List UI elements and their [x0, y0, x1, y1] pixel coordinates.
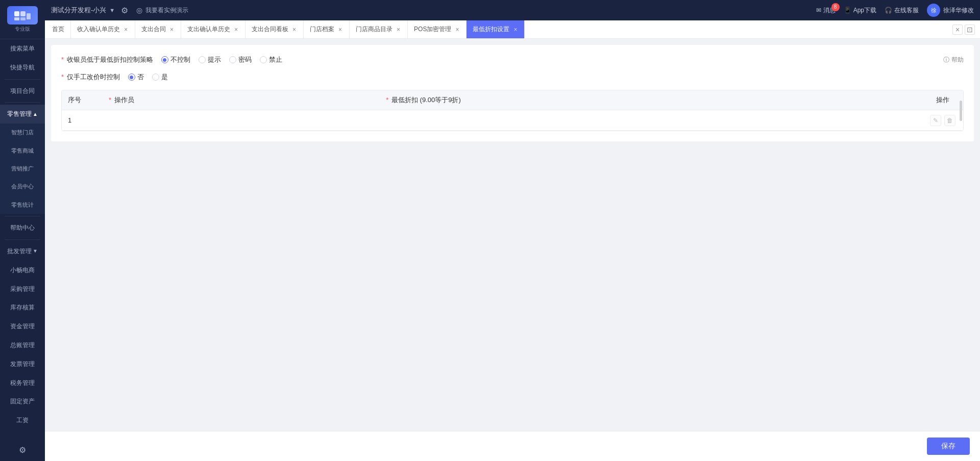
sidebar-item-retail-mgmt[interactable]: 零售管理 ▲ — [0, 105, 45, 124]
row-delete-button-1[interactable]: 🗑 — [944, 115, 955, 126]
sidebar-item-member-center[interactable]: 会员中心 — [0, 178, 45, 196]
tab-store-goods[interactable]: 门店商品目录 × — [350, 20, 408, 39]
topbar-service-icon: 🎧 — [885, 7, 892, 14]
topbar-customer-service-button[interactable]: 🎧 在线客服 — [885, 6, 919, 15]
sidebar-item-project-contract[interactable]: 项目合同 — [0, 82, 45, 101]
sidebar-divider-2 — [5, 102, 40, 103]
content-card: * 收银员低于最低折扣控制策略 不控制 提示 密码 — [51, 45, 974, 141]
tab-store-archive-close-icon[interactable]: × — [337, 26, 343, 33]
tab-payment-confirm[interactable]: 支出确认单历史 × — [181, 20, 246, 39]
tab-min-discount-close-icon[interactable]: × — [512, 26, 518, 33]
th-actions: 操作 — [922, 90, 963, 110]
sidebar-item-payroll[interactable]: 工资 — [0, 411, 45, 430]
tab-home[interactable]: 首页 — [46, 20, 71, 39]
tab-payment-contract[interactable]: 支出合同 × — [135, 20, 181, 39]
sidebar-item-retail-stats[interactable]: 零售统计 — [0, 196, 45, 214]
sidebar-item-small-ecom[interactable]: 小畅电商 — [0, 261, 45, 280]
topbar-app-icon: 📱 — [844, 7, 851, 14]
policy-radio-remind[interactable]: 提示 — [199, 55, 221, 64]
policy-radio-no-control-label: 不控制 — [170, 55, 190, 64]
topbar-settings-icon[interactable]: ⚙ — [121, 6, 128, 15]
sidebar-item-ledger-mgmt[interactable]: 总账管理 — [0, 336, 45, 355]
th-seq: 序号 — [62, 90, 103, 110]
main-area: 测试分开发程-小兴 ▼ ⚙ ◎ 我要看实例演示 ✉ 消息 8 📱 App下载 🎧… — [45, 0, 980, 461]
tab-payment-confirm-close-icon[interactable]: × — [233, 26, 239, 33]
svg-rect-1 — [20, 11, 26, 16]
th-operator: * 操作员 — [103, 90, 380, 110]
th-operator-star: * — [109, 96, 111, 104]
tab-min-discount[interactable]: 最低折扣设置 × — [467, 20, 525, 39]
td-actions-1: ✎ 🗑 — [922, 111, 963, 130]
policy-radio-remind-circle — [199, 56, 206, 63]
policy-radio-no-control-circle — [161, 56, 168, 63]
row-edit-button-1[interactable]: ✎ — [930, 115, 941, 126]
policy-radio-password-circle — [229, 56, 236, 63]
policy-radio-forbid-label: 禁止 — [269, 55, 282, 64]
help-link[interactable]: ⓘ 帮助 — [943, 56, 964, 64]
table-scrollbar[interactable] — [960, 101, 962, 121]
sidebar-item-wholesale-mgmt[interactable]: 批发管理 ▼ — [0, 242, 45, 261]
manual-price-form-row: * 仅手工改价时控制 否 是 — [61, 72, 964, 82]
sidebar-item-search[interactable]: 搜索菜单 — [0, 39, 45, 58]
topbar-project-selector[interactable]: 测试分开发程-小兴 ▼ — [51, 6, 115, 15]
tab-payment-board-close-icon[interactable]: × — [291, 26, 297, 33]
td-min-discount-1 — [380, 116, 922, 125]
tab-pos-password[interactable]: POS加密管理 × — [408, 20, 467, 39]
page-footer: 保存 — [45, 431, 980, 461]
topbar-message-icon: ✉ — [816, 7, 821, 14]
sidebar-item-invoice-mgmt[interactable]: 发票管理 — [0, 355, 45, 374]
topbar-user-button[interactable]: 徐 徐泽华修改 — [927, 4, 974, 17]
topbar-message-button[interactable]: ✉ 消息 8 — [816, 6, 836, 15]
policy-radio-password[interactable]: 密码 — [229, 55, 252, 64]
sidebar-logo: 专业版 — [0, 0, 45, 39]
sidebar-item-retail-mall[interactable]: 零售商城 — [0, 142, 45, 160]
sidebar-item-fixed-assets[interactable]: 固定资产 — [0, 392, 45, 411]
th-min-discount-star: * — [386, 96, 388, 104]
sidebar-item-tax-mgmt[interactable]: 税务管理 — [0, 374, 45, 393]
tab-income-confirm-close-icon[interactable]: × — [123, 26, 129, 33]
policy-radios: 不控制 提示 密码 禁止 — [161, 55, 282, 64]
topbar-demo-text: 我要看实例演示 — [145, 6, 188, 15]
tabbar-close-button[interactable]: × — [952, 25, 963, 35]
tab-store-archive-label: 门店档案 — [310, 25, 334, 34]
manual-radio-no[interactable]: 否 — [128, 72, 144, 82]
td-seq-1: 1 — [62, 112, 103, 128]
topbar-app-download-button[interactable]: 📱 App下载 — [844, 6, 876, 15]
sidebar-item-smart-store[interactable]: 智慧门店 — [0, 124, 45, 141]
tab-income-confirm[interactable]: 收入确认单历史 × — [71, 20, 135, 39]
tab-payment-contract-close-icon[interactable]: × — [169, 26, 175, 33]
manual-radio-yes[interactable]: 是 — [152, 72, 168, 82]
tab-store-archive[interactable]: 门店档案 × — [304, 20, 350, 39]
page-content: * 收银员低于最低折扣控制策略 不控制 提示 密码 — [45, 39, 980, 431]
topbar-project-name: 测试分开发程-小兴 — [51, 6, 106, 15]
tab-payment-board[interactable]: 支出合同看板 × — [246, 20, 304, 39]
svg-rect-2 — [14, 17, 19, 20]
sidebar-item-purchase-mgmt[interactable]: 采购管理 — [0, 280, 45, 299]
sidebar-divider-1 — [5, 79, 40, 80]
sidebar-item-help-center[interactable]: 帮助中心 — [0, 219, 45, 237]
topbar-demo-button[interactable]: ◎ 我要看实例演示 — [136, 6, 188, 15]
policy-form-row: * 收银员低于最低折扣控制策略 不控制 提示 密码 — [61, 55, 964, 64]
svg-rect-3 — [20, 17, 26, 20]
policy-label-text: 收银员低于最低折扣控制策略 — [67, 56, 153, 63]
save-button[interactable]: 保存 — [927, 438, 970, 455]
tab-payment-board-label: 支出合同看板 — [252, 25, 288, 34]
topbar-right: ✉ 消息 8 📱 App下载 🎧 在线客服 徐 徐泽华修改 — [816, 4, 974, 17]
table-row: 1 ✎ 🗑 — [62, 110, 963, 131]
tab-store-goods-close-icon[interactable]: × — [396, 26, 401, 33]
tabbar-expand-button[interactable]: ⊡ — [965, 25, 975, 35]
sidebar-item-capital-mgmt[interactable]: 资金管理 — [0, 317, 45, 336]
svg-rect-0 — [14, 11, 19, 16]
sidebar-item-quick-nav[interactable]: 快捷导航 — [0, 58, 45, 77]
manual-price-label-text: 仅手工改价时控制 — [67, 73, 120, 81]
sidebar-item-marketing[interactable]: 营销推广 — [0, 160, 45, 178]
tab-payment-confirm-label: 支出确认单历史 — [187, 25, 230, 34]
sidebar-gear-button[interactable]: ⚙ — [0, 439, 45, 461]
sidebar-item-inventory[interactable]: 库存核算 — [0, 298, 45, 317]
sidebar-divider-4 — [5, 239, 40, 240]
table-header: 序号 * 操作员 * 最低折扣 (9.00等于9折) 操作 — [62, 90, 963, 110]
tab-pos-password-label: POS加密管理 — [414, 25, 451, 34]
policy-radio-no-control[interactable]: 不控制 — [161, 55, 190, 64]
tab-pos-password-close-icon[interactable]: × — [454, 26, 460, 33]
policy-radio-forbid[interactable]: 禁止 — [260, 55, 282, 64]
